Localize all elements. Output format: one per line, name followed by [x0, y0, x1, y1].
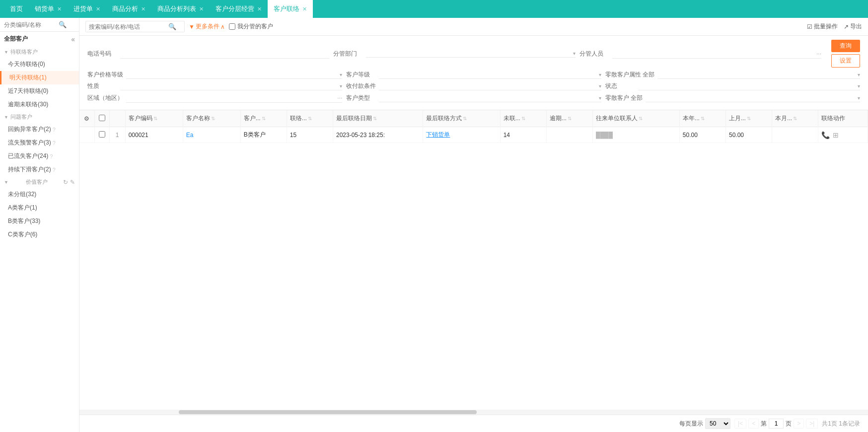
sidebar-search-input[interactable] [4, 21, 59, 28]
select-all-checkbox[interactable] [99, 115, 105, 121]
col-settings[interactable]: ⚙ [79, 110, 94, 127]
row-gear [79, 127, 94, 143]
group-problem-customers: 问题客户 [0, 111, 79, 123]
edit-icon[interactable]: ✎ [70, 179, 75, 186]
export-button[interactable]: ↗ 导出 [844, 22, 862, 31]
more-filter-button[interactable]: ▼ 更多条件 ∧ [189, 22, 225, 31]
sidebar-item-repurchase-anomaly[interactable]: 回购异常客户(2) ? [0, 123, 79, 136]
filter-row-4: 区域（地区） ··· 客户类型 ▾ 零散客户 全部 ▾ [87, 93, 860, 103]
my-customers-checkbox[interactable] [229, 23, 235, 30]
nav-product-analysis[interactable]: 商品分析 ✕ [106, 0, 151, 18]
close-icon[interactable]: ✕ [57, 6, 62, 12]
total-records-info: 共1页 1条记录 [822, 420, 860, 428]
nav-purchase-order[interactable]: 进货单 ✕ [68, 0, 106, 18]
batch-operation-button[interactable]: ☑ 批量操作 [807, 22, 838, 31]
status-select[interactable]: ▾ [638, 82, 860, 90]
sidebar-item-tomorrow-contact[interactable]: 明天待联络(1) [0, 71, 79, 84]
customer-level-select[interactable]: ▾ [379, 71, 601, 79]
retail-customer-select[interactable]: ▾ [646, 94, 860, 102]
customer-table: ⚙ 客户编码⇅ 客户名称⇅ 客户...⇅ 联络...⇅ 最后联络日期⇅ 最后联络… [79, 110, 868, 143]
search-icon[interactable]: 🔍 [168, 23, 176, 30]
col-no-contact-days[interactable]: 未联...⇅ [500, 110, 546, 127]
col-customer-type[interactable]: 客户...⇅ [240, 110, 287, 127]
customer-type-select[interactable]: ▾ [379, 94, 601, 102]
phone-filter-input[interactable] [120, 49, 329, 59]
nav-customer-contact[interactable]: 客户联络 ✕ [268, 0, 313, 18]
filter-row-2: 客户价格等级 ▾ 客户等级 ▾ 零散客户属性 全部 ▾ [87, 71, 860, 79]
row-this-month [772, 127, 818, 143]
scrollbar-thumb[interactable] [179, 410, 477, 414]
table-header-row: ⚙ 客户编码⇅ 客户名称⇅ 客户...⇅ 联络...⇅ 最后联络日期⇅ 最后联络… [79, 110, 868, 127]
sidebar-item-declining[interactable]: 持续下滑客户(2) ? [0, 163, 79, 176]
sidebar-item-class-b[interactable]: B类客户(33) [0, 215, 79, 228]
row-last-contact-method[interactable]: 下销货单 [423, 127, 500, 143]
dept-filter-select[interactable]: ▾ [366, 50, 575, 58]
filter-price-level: 客户价格等级 ▾ [87, 71, 342, 79]
page-number-input[interactable] [769, 419, 784, 429]
sidebar-item-churned[interactable]: 已流失客户(24) ? [0, 149, 79, 163]
toolbar-right: ☑ 批量操作 ↗ 导出 [807, 22, 862, 31]
price-level-select[interactable]: ▾ [126, 71, 342, 79]
row-this-year: 50.00 [679, 127, 725, 143]
help-icon: ? [53, 167, 56, 173]
retail-attr-select[interactable]: ▾ [657, 71, 860, 79]
col-customer-code[interactable]: 客户编码⇅ [125, 110, 183, 127]
col-this-year[interactable]: 本年...⇅ [679, 110, 725, 127]
page-size-select-input[interactable]: 50 100 200 [705, 418, 730, 429]
sidebar-item-7day-contact[interactable]: 近7天待联络(0) [0, 84, 79, 98]
prev-page-button[interactable]: < [748, 419, 759, 429]
filter-nature: 性质 ▾ [87, 82, 342, 90]
close-icon[interactable]: ✕ [96, 6, 100, 12]
col-last-contact-method[interactable]: 最后联络方式⇅ [423, 110, 500, 127]
col-rownum [109, 110, 125, 127]
col-customer-name[interactable]: 客户名称⇅ [183, 110, 240, 127]
col-checkbox [94, 110, 109, 127]
search-icon[interactable]: 🔍 [59, 21, 67, 28]
col-contact-person[interactable]: 往来单位联系人⇅ [592, 110, 679, 127]
data-table-area: ⚙ 客户编码⇅ 客户名称⇅ 客户...⇅ 联络...⇅ 最后联络日期⇅ 最后联络… [79, 110, 868, 410]
toolbar: 🔍 ▼ 更多条件 ∧ 我分管的客户 ☑ 批量操作 ↗ 导出 [79, 18, 868, 36]
horizontal-scrollbar[interactable] [79, 410, 868, 415]
nature-select[interactable]: ▾ [120, 82, 342, 90]
query-button[interactable]: 查询 [831, 40, 860, 52]
all-customers-header[interactable]: 全部客户 « [0, 32, 79, 46]
col-contact-count[interactable]: 联络...⇅ [287, 110, 333, 127]
chevron-up-icon: ∧ [220, 23, 225, 30]
search-input[interactable] [89, 23, 168, 30]
col-last-month[interactable]: 上月...⇅ [725, 110, 772, 127]
close-icon[interactable]: ✕ [257, 6, 262, 12]
last-page-button[interactable]: >| [806, 419, 818, 429]
nav-sales-order[interactable]: 销货单 ✕ [29, 0, 68, 18]
payment-terms-select[interactable]: ▾ [379, 82, 601, 90]
first-page-button[interactable]: |< [734, 419, 746, 429]
col-last-contact-date[interactable]: 最后联络日期⇅ [333, 110, 423, 127]
grid-action-icon[interactable]: ⊞ [833, 131, 839, 139]
next-page-button[interactable]: > [794, 419, 804, 429]
close-icon[interactable]: ✕ [302, 6, 307, 12]
row-select-checkbox[interactable] [99, 131, 105, 138]
sidebar-item-today-contact[interactable]: 今天待联络(0) [0, 58, 79, 71]
filter-row-1: 电话号码 分管部门 ▾ 分管人员 ··· 查询 设置 [87, 40, 860, 68]
refresh-icon[interactable]: ↻ [63, 179, 68, 186]
help-icon: ? [53, 127, 56, 133]
nav-customer-tiering[interactable]: 客户分层经营 ✕ [210, 0, 268, 18]
sidebar-item-overdue-contact[interactable]: 逾期未联络(30) [0, 98, 79, 111]
sidebar-item-class-c[interactable]: C类客户(6) [0, 228, 79, 241]
reset-button[interactable]: 设置 [831, 54, 860, 68]
sidebar-item-ungrouped[interactable]: 未分组(32) [0, 188, 79, 201]
sidebar-item-churn-warning[interactable]: 流失预警客户(3) ? [0, 136, 79, 149]
nav-home[interactable]: 首页 [4, 0, 29, 18]
phone-action-icon[interactable]: 📞 [821, 131, 830, 139]
row-contact-count: 15 [287, 127, 333, 143]
close-icon[interactable]: ✕ [141, 6, 145, 12]
manager-filter-select[interactable]: ··· [612, 49, 821, 59]
nav-product-analysis-list[interactable]: 商品分析列表 ✕ [151, 0, 210, 18]
collapse-icon: « [71, 35, 75, 43]
sidebar-item-class-a[interactable]: A类客户(1) [0, 201, 79, 215]
close-icon[interactable]: ✕ [199, 6, 204, 12]
filter-phone: 电话号码 [87, 49, 329, 59]
content-area: 🔍 ▼ 更多条件 ∧ 我分管的客户 ☑ 批量操作 ↗ 导出 [79, 18, 868, 432]
col-overdue[interactable]: 逾期...⇅ [546, 110, 592, 127]
col-this-month[interactable]: 本月...⇅ [772, 110, 818, 127]
region-select[interactable]: ··· [126, 93, 342, 103]
